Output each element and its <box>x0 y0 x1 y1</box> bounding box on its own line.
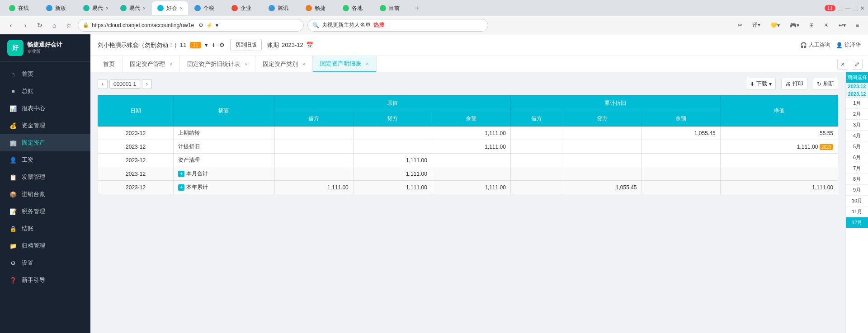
table-row[interactable]: 2023-12 上期结转 1,111.00 1,055.45 55.55 <box>98 127 838 140</box>
scissors-btn[interactable]: ✂ <box>734 21 746 29</box>
tab-home[interactable]: 首页 <box>96 56 123 72</box>
tab-close-4[interactable]: × <box>143 6 146 11</box>
window-close-icon[interactable]: ✕ <box>860 5 864 11</box>
download-button[interactable]: ⬇ 下载 ▾ <box>746 78 776 90</box>
bookmark-button[interactable]: ☆ <box>63 20 74 31</box>
table-row[interactable]: 2023-12 +本年累计 1,111.00 1,111.00 1,111.00… <box>98 181 838 194</box>
game-btn[interactable]: 🎮▾ <box>786 21 803 29</box>
tab-fixed-mgmt-close[interactable]: × <box>170 61 172 67</box>
restore-icon[interactable]: ⬜ <box>837 5 844 11</box>
home-button[interactable]: ⌂ <box>49 20 60 31</box>
new-tab-button[interactable]: + <box>411 4 423 12</box>
sidebar-label-salary: 工资 <box>22 156 33 164</box>
minimize-icon[interactable]: — <box>845 5 850 11</box>
browser-tab-6[interactable]: 个税 <box>189 1 225 15</box>
sidebar-item-salary[interactable]: 👤 工资 <box>0 151 90 169</box>
add-company-icon[interactable]: + <box>212 41 216 49</box>
period-month-4[interactable]: 4月 <box>846 131 868 141</box>
brightness-btn[interactable]: ☀ <box>820 21 832 29</box>
period-month-1[interactable]: 1月 <box>846 98 868 109</box>
period-month-2[interactable]: 2月 <box>846 109 868 120</box>
table-row[interactable]: 2023-12 资产清理 1,111.00 <box>98 154 838 167</box>
tab-fixed-depr-close[interactable]: × <box>245 61 247 67</box>
ai-consult-button[interactable]: 🎧 人工咨询 <box>800 41 830 49</box>
forward-button[interactable]: › <box>20 20 31 31</box>
browser-tab-3[interactable]: 易代 × <box>78 1 114 15</box>
period-month-6[interactable]: 6月 <box>846 152 868 163</box>
sidebar-item-fund[interactable]: 💰 资金管理 <box>0 117 90 134</box>
user-profile-button[interactable]: 👤 徐泽华 <box>836 41 861 49</box>
cell-orig-credit: 1,111.00 <box>353 167 432 181</box>
maximize-icon[interactable]: ⬜ <box>852 5 859 11</box>
address-dropdown-icon[interactable]: ▾ <box>216 22 218 28</box>
settings-company-icon[interactable]: ⚙ <box>219 42 225 48</box>
period-month-5[interactable]: 5月 <box>846 141 868 152</box>
tab-fixed-detail[interactable]: 固定资产明细账 × <box>313 56 376 72</box>
tab-fixed-cat-close[interactable]: × <box>302 61 305 67</box>
wallet-btn[interactable]: 💛▾ <box>767 21 783 29</box>
browser-tab-10[interactable]: 各地 <box>337 1 373 15</box>
address-bar[interactable]: 🔒 https://cloud.chanjet.com/accounting/u… <box>78 19 304 32</box>
next-page-button[interactable]: › <box>142 79 152 89</box>
history-btn[interactable]: ↩▾ <box>835 21 849 29</box>
prev-page-button[interactable]: ‹ <box>98 79 108 89</box>
cell-date: 2023-12 <box>98 181 174 194</box>
reload-button[interactable]: ↻ <box>34 20 45 31</box>
tab-fixed-mgmt[interactable]: 固定资产管理 × <box>123 56 180 72</box>
sidebar-item-stock[interactable]: 📦 进销台账 <box>0 186 90 203</box>
sidebar-item-home[interactable]: ⌂ 首页 <box>0 66 90 83</box>
content-area: ‹ 000001 1 › ⬇ 下载 ▾ 🖨 打印 <box>90 72 868 333</box>
sidebar-item-guide[interactable]: ❓ 新手引导 <box>0 272 90 289</box>
refresh-button[interactable]: ↻ 刷新 <box>813 78 838 90</box>
period-year-2[interactable]: 2023.12 <box>846 90 868 98</box>
period-month-12[interactable]: 12月 <box>846 217 868 228</box>
period-month-3[interactable]: 3月 <box>846 120 868 131</box>
apps-btn[interactable]: ⊞ <box>806 21 817 29</box>
sidebar-item-invoice[interactable]: 📋 发票管理 <box>0 169 90 186</box>
switch-version-button[interactable]: 切到旧版 <box>230 39 262 51</box>
expand-tab-button[interactable]: ⤢ <box>852 59 863 70</box>
browser-tab-8[interactable]: 腾讯 <box>263 1 299 15</box>
table-row[interactable]: 2023-12 计提折旧 1,111.00 1,111.00 2023 <box>98 140 838 154</box>
sidebar-item-archive[interactable]: 📁 归档管理 <box>0 237 90 254</box>
menu-btn[interactable]: ≡ <box>852 21 863 29</box>
page-number: 000001 1 <box>109 80 140 89</box>
table-row[interactable]: 2023-12 +本月合计 1,111.00 <box>98 167 838 181</box>
browser-tab-4[interactable]: 易代 × <box>115 1 151 15</box>
sidebar-item-fixed[interactable]: 🏢 固定资产 <box>0 134 90 151</box>
dropdown-icon[interactable]: ▾ <box>205 42 208 48</box>
browser-tab-7[interactable]: 企业 <box>226 1 262 15</box>
site-settings-icon[interactable]: ⚙ <box>198 22 203 28</box>
cell-orig-debit <box>274 154 353 167</box>
tab-fixed-detail-close[interactable]: × <box>366 61 368 66</box>
lightning-icon[interactable]: ⚡ <box>206 22 213 28</box>
tab-home-label: 首页 <box>103 60 115 68</box>
tab-icon-11 <box>380 5 386 11</box>
tab-close-5[interactable]: × <box>180 6 183 11</box>
browser-tab-2[interactable]: 新版 <box>41 1 77 15</box>
tab-fixed-cat[interactable]: 固定资产类别 × <box>255 56 313 72</box>
calendar-icon[interactable]: 📅 <box>306 42 313 48</box>
back-button[interactable]: ‹ <box>5 20 16 31</box>
sidebar-item-report[interactable]: 📊 报表中心 <box>0 100 90 117</box>
period-month-9[interactable]: 9月 <box>846 185 868 196</box>
tab-close-3[interactable]: × <box>106 6 108 11</box>
sidebar-item-tax[interactable]: 📝 税务管理 <box>0 203 90 220</box>
browser-tab-11[interactable]: 目前 <box>374 1 410 15</box>
search-bar[interactable]: 🔍 央视更新主持人名单 热搜 <box>307 19 488 32</box>
sidebar-item-settings[interactable]: ⚙ 设置 <box>0 254 90 272</box>
tab-fixed-depr[interactable]: 固定资产折旧统计表 × <box>180 56 255 72</box>
period-month-10[interactable]: 10月 <box>846 196 868 206</box>
collapse-tab-button[interactable]: × <box>837 59 848 70</box>
print-button[interactable]: 🖨 打印 <box>781 78 807 90</box>
translate-btn[interactable]: 译▾ <box>749 20 764 30</box>
browser-tab-9[interactable]: 畅捷 <box>300 1 336 15</box>
period-year[interactable]: 2023.12 <box>846 83 868 90</box>
sidebar-item-close[interactable]: 🔒 结账 <box>0 220 90 237</box>
sidebar-item-ledger[interactable]: ≡ 总账 <box>0 83 90 100</box>
browser-tab-1[interactable]: 在线 <box>4 1 40 15</box>
browser-tab-5[interactable]: 好会 × <box>152 1 188 15</box>
period-month-11[interactable]: 11月 <box>846 206 868 217</box>
period-month-8[interactable]: 8月 <box>846 174 868 185</box>
period-month-7[interactable]: 7月 <box>846 163 868 174</box>
